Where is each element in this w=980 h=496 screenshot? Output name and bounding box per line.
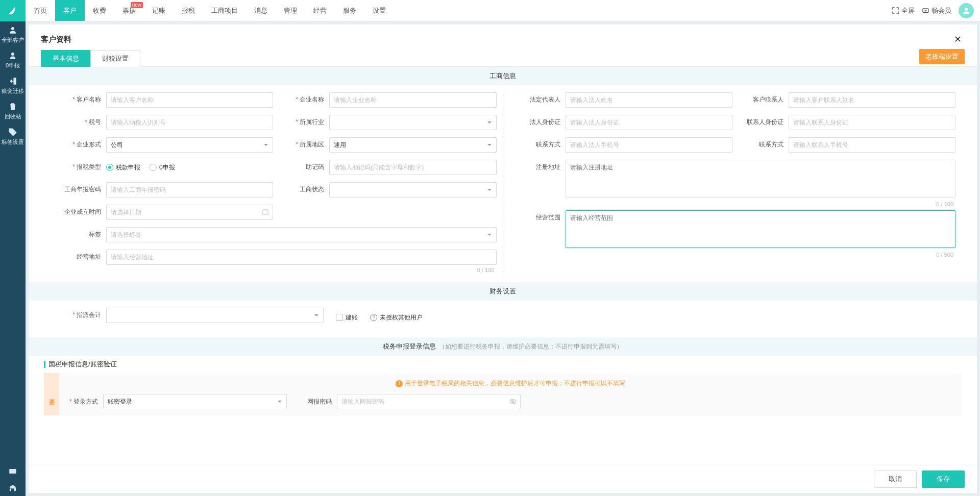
fullscreen-icon (892, 7, 899, 14)
fullscreen-button[interactable]: 全屏 (892, 6, 915, 15)
nav-item-8[interactable]: 管理 (276, 0, 305, 21)
top-navbar: 首页客户收费票据new记账报税工商项目消息管理经营服务设置 全屏 畅会员 (0, 0, 980, 21)
svg-point-1 (965, 8, 968, 11)
app-logo[interactable] (0, 0, 26, 21)
nav-item-2[interactable]: 收费 (85, 0, 114, 21)
nav-item-1[interactable]: 客户 (55, 0, 85, 21)
nav-item-0[interactable]: 首页 (26, 0, 55, 21)
nav-item-6[interactable]: 工商项目 (203, 0, 246, 21)
nav-item-5[interactable]: 报税 (174, 0, 203, 21)
nav-item-11[interactable]: 设置 (364, 0, 394, 21)
user-avatar[interactable] (959, 3, 974, 18)
member-button[interactable]: 畅会员 (922, 6, 951, 15)
nav-item-10[interactable]: 服务 (335, 0, 364, 21)
nav-item-7[interactable]: 消息 (246, 0, 276, 21)
member-icon (922, 7, 929, 14)
nav-item-3[interactable]: 票据new (114, 0, 144, 21)
nav-item-4[interactable]: 记账 (144, 0, 174, 21)
svg-rect-0 (923, 9, 928, 13)
nav-item-9[interactable]: 经营 (305, 0, 335, 21)
